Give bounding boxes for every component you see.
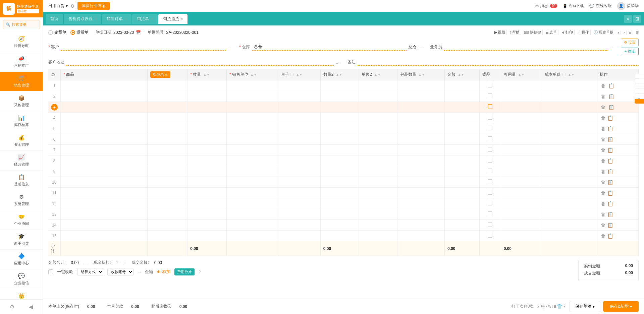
fee-help-icon[interactable]: ? — [199, 269, 201, 274]
product-cell[interactable] — [61, 231, 148, 241]
staff-dots[interactable]: ... — [609, 45, 613, 49]
unit2-cell[interactable] — [359, 91, 397, 102]
product-cell[interactable] — [61, 91, 148, 102]
online-support-group[interactable]: 💬 在线客服 — [589, 3, 612, 9]
sale-unit-cell-active[interactable] — [226, 102, 278, 113]
close-tab-button[interactable]: × — [624, 15, 632, 23]
history-action[interactable]: 🕐 历史单据 — [590, 30, 613, 35]
copy-row-button[interactable]: 📋 — [606, 212, 614, 217]
video-action[interactable]: ▶ 视频 — [494, 30, 505, 35]
qty-cell[interactable] — [187, 91, 227, 102]
amount-cell[interactable] — [445, 80, 480, 91]
product-cell-active[interactable] — [61, 102, 148, 113]
delete-row-button[interactable]: 🗑 — [600, 105, 606, 110]
sidebar-item-member[interactable]: 👑 畅会员 — [0, 289, 43, 299]
account-select[interactable]: 收款账号 — [107, 268, 133, 275]
gift-checkbox[interactable] — [488, 83, 492, 87]
delete-row-button[interactable]: 🗑 — [600, 115, 606, 121]
prev-action[interactable]: ‹ — [615, 30, 619, 35]
grid-view-action[interactable]: ⊞ — [633, 30, 639, 35]
add-row-button[interactable]: + — [51, 104, 58, 111]
address-input[interactable] — [66, 59, 334, 66]
product-cell[interactable] — [61, 113, 148, 123]
sidebar-item-inventory[interactable]: 📊 库存核算 — [0, 111, 43, 131]
tab-sale-price[interactable]: 售价提取设置 × — [64, 14, 101, 24]
float-qr-btn[interactable]: 二维 — [635, 94, 644, 99]
copy-row-button[interactable]: 📋 — [606, 126, 614, 131]
pack-qty-cell-active[interactable] — [397, 102, 444, 113]
unit2-sort-icon[interactable]: ▲▼ — [374, 73, 381, 76]
copy-row-button[interactable]: 📋 — [606, 137, 614, 142]
cost-price-cell-active[interactable] — [542, 102, 597, 113]
sale-unit-cell[interactable] — [226, 80, 278, 91]
cost-price-cell[interactable] — [542, 91, 597, 102]
amount-cell[interactable] — [445, 91, 480, 102]
copy-row-button[interactable]: 📋 — [606, 190, 614, 196]
product-cell[interactable] — [61, 166, 148, 177]
copy-row-button[interactable]: 📋 — [606, 158, 614, 164]
delete-row-button[interactable]: 🗑 — [600, 83, 606, 88]
product-cell[interactable] — [61, 198, 148, 209]
customer-input[interactable] — [61, 44, 226, 51]
float-star-btn[interactable]: 收藏 — [635, 89, 644, 93]
add-payment-button[interactable]: ⊕ 添加 — [157, 269, 170, 275]
note-input[interactable] — [358, 59, 639, 66]
radio-return[interactable]: 退货单 — [70, 29, 89, 35]
tab-home[interactable]: 首页 — [46, 14, 63, 24]
copy-row-button[interactable]: 📋 — [607, 105, 615, 110]
maximize-tab-button[interactable]: ⊞ — [633, 15, 641, 23]
copy-row-button[interactable]: 📋 — [606, 180, 614, 185]
calendar-icon[interactable]: 📅 — [136, 30, 141, 35]
copy-row-button[interactable]: 📋 — [607, 83, 615, 88]
unit2-cell[interactable] — [359, 80, 397, 91]
staff-input[interactable] — [444, 44, 607, 51]
delete-row-button[interactable]: 🗑 — [600, 126, 606, 131]
tab-sale-return[interactable]: 销货退货 × — [158, 14, 188, 24]
operation-action[interactable]: ⋮ 操作 — [574, 30, 589, 35]
gift-checkbox[interactable] — [488, 115, 492, 120]
settings-button[interactable]: ⚙ 设置 — [621, 39, 639, 46]
gift-checkbox[interactable] — [488, 169, 492, 173]
gift-cell[interactable] — [480, 80, 501, 91]
gift-checkbox[interactable] — [488, 211, 492, 216]
sidebar-item-marketing[interactable]: 📣 营销推广 — [0, 52, 43, 72]
select-action[interactable]: ☰ 选单 — [542, 30, 557, 35]
notification-group[interactable]: ✉ 消息 70 — [535, 3, 557, 9]
copy-row-button[interactable]: 📋 — [606, 115, 614, 121]
gift-checkbox[interactable] — [488, 126, 492, 130]
available-cell[interactable] — [501, 91, 542, 102]
delete-row-button[interactable]: 🗑 — [600, 201, 606, 206]
cost-price-info-icon[interactable]: ⓘ — [562, 72, 566, 76]
available-sort-icon[interactable]: ▲▼ — [518, 73, 525, 76]
table-settings-icon[interactable]: ⚙ — [51, 72, 55, 77]
discount-help-icon[interactable]: ? — [116, 260, 118, 265]
gift-checkbox[interactable] — [488, 104, 492, 109]
gift-checkbox[interactable] — [488, 190, 492, 195]
warehouse-input[interactable] — [252, 44, 407, 51]
copy-row-button[interactable]: 📋 — [606, 223, 614, 228]
tab-close-icon[interactable]: × — [125, 17, 127, 21]
qty2-cell[interactable] — [320, 91, 359, 102]
gift-checkbox[interactable] — [488, 158, 492, 163]
help-action[interactable]: ? 帮助 — [506, 30, 520, 35]
sidebar-item-apps[interactable]: 🔷 应用中心 — [0, 250, 43, 269]
product-input-active[interactable] — [63, 105, 145, 110]
topbar-title-dropdown[interactable]: 日用百货 ▾ — [48, 3, 68, 9]
sidebar-item-shortcut[interactable]: 🧭 快捷导航 — [0, 32, 43, 52]
calc-method-select[interactable]: 结算方式 — [77, 268, 103, 275]
price-cell[interactable] — [278, 80, 320, 91]
sidebar-item-wechat[interactable]: 💬 企业微信 — [0, 269, 43, 289]
topbar-settings-icon[interactable]: ⚙ — [70, 3, 75, 9]
customer-dots[interactable]: ... — [228, 45, 231, 49]
qty-sort-icon[interactable]: ▲▼ — [203, 73, 210, 76]
gift-checkbox[interactable] — [488, 233, 492, 238]
copy-row-button[interactable]: 📋 — [607, 94, 615, 99]
gift-checkbox[interactable] — [488, 93, 492, 98]
tab-sale-order[interactable]: 销售订单 × — [102, 14, 131, 24]
sale-unit-cell[interactable] — [226, 91, 278, 102]
price-cell-active[interactable] — [278, 102, 320, 113]
delete-row-button[interactable]: 🗑 — [600, 169, 606, 174]
settings-bottom-button[interactable]: ⚙ — [8, 302, 16, 311]
gift-checkbox[interactable] — [488, 136, 492, 141]
pack-qty-cell[interactable] — [397, 80, 444, 91]
